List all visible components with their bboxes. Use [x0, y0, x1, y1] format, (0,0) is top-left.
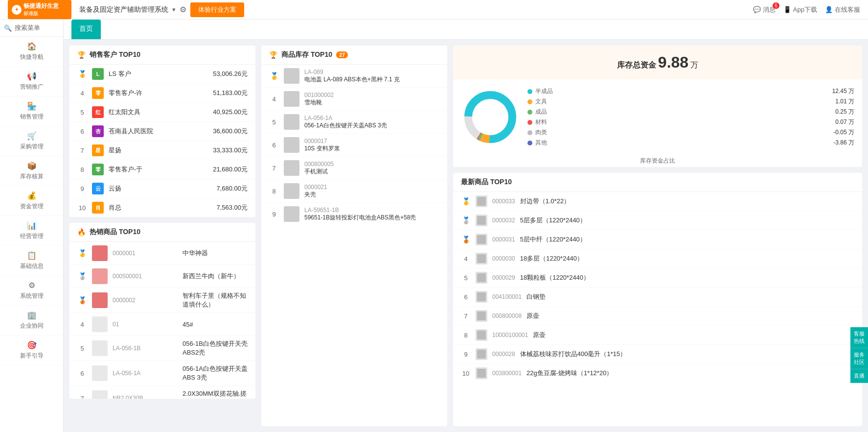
topbar: ✦ 畅捷通好生意 标准版 装备及固定资产辅助管理系统 ▾ ⚙ 体验行业方案 💬 …: [0, 0, 868, 20]
inv-img-2: [284, 91, 299, 107]
sidebar-label-inventory: 库存核算: [20, 172, 44, 181]
customer-value-1: 53,006.26元: [213, 70, 248, 78]
legend-value-3: 0.25 万: [835, 108, 854, 116]
sidebar-label-guide: 新手引导: [20, 352, 44, 360]
new-img-10: [476, 367, 487, 379]
inventory-total-section: 库存总资金 9.88 万: [453, 46, 862, 79]
rank-4: 6: [77, 128, 87, 135]
inv-name-3: 056-1A白色按键开关盖ABS 3壳: [304, 121, 439, 130]
float-btn-community[interactable]: 服务社区: [850, 348, 868, 369]
gear-icon[interactable]: ⚙: [180, 5, 186, 14]
inv-name-1: 电池盖 LA-089 ABS本色+黑种 7.1 克: [304, 75, 439, 84]
inv-item-1: 🥇 LA-089 电池盖 LA-089 ABS本色+黑种 7.1 克: [261, 65, 447, 88]
inv-img-6: [284, 183, 299, 199]
sidebar-item-enterprise[interactable]: 🏢 企业协同: [0, 306, 63, 336]
new-img-1: [476, 195, 487, 207]
hot-name-5: 056-1B白色按键开关壳ABS2壳: [183, 339, 248, 357]
hot-img-3: [92, 292, 108, 308]
hot-item-4: 4 01 45#: [69, 313, 255, 336]
sidebar-item-finance[interactable]: 💰 资金管理: [0, 186, 63, 216]
inv-rank-3: 5: [269, 119, 279, 126]
quicknav-icon: 🏠: [27, 42, 37, 51]
legend-name-6: 其他: [535, 139, 830, 147]
guide-icon: 🎯: [27, 340, 37, 350]
legend-dot-1: [527, 89, 532, 94]
customer-value-2: 51,183.00元: [213, 89, 248, 97]
sidebar-item-inventory[interactable]: 📦 库存核算: [0, 156, 63, 186]
customer-value-3: 40,925.00元: [213, 108, 248, 117]
sidebar-item-operations[interactable]: 📊 经营管理: [0, 216, 63, 246]
hot-medal-1: 🥇: [77, 249, 87, 257]
online-service-button[interactable]: 👤 在线客服: [825, 5, 860, 14]
inventory-total-card: 库存总资金 9.88 万: [453, 46, 862, 167]
hot-item-3: 🥉 0000002 智利车子里（规格不知道填什么）: [69, 288, 255, 313]
app-download-button[interactable]: 📱 App下载: [783, 5, 817, 14]
donut-svg: [461, 88, 520, 146]
inv-item-4: 6 0000017 10S 变料罗浆: [261, 134, 447, 157]
sidebar-label-quicknav: 快捷导航: [20, 53, 44, 61]
new-item-3: 🥉 0000031 5层中纤（1220*2440）: [453, 230, 862, 249]
customer-item-6: 8 零 零售客户-于 21,680.00元: [69, 160, 255, 179]
new-name-4: 18多层（1220*2440）: [520, 254, 583, 263]
legend-dot-4: [527, 120, 532, 125]
trophy-icon: 🏆: [77, 51, 86, 59]
legend-dot-2: [527, 99, 532, 104]
inventory-badge: 27: [336, 51, 348, 58]
service-label: 在线客服: [835, 5, 860, 14]
avatar-1: L: [92, 68, 104, 80]
basics-icon: 📋: [27, 251, 37, 260]
app-icon: 📱: [783, 6, 791, 13]
new-item-2: 🥈 0000032 5层多层（1220*2440）: [453, 211, 862, 230]
newest-products-list: 🥇 0000033 封边带（1.0*22） 🥈 0000032 5层多层（122…: [453, 192, 862, 383]
sidebar-item-marketing[interactable]: 📢 营销推广: [0, 67, 63, 96]
new-rank-5: 5: [461, 274, 471, 282]
customer-item-2: 4 零 零售客户-许 51,183.00元: [69, 84, 255, 103]
hot-medal-2: 🥈: [77, 272, 87, 280]
trial-button[interactable]: 体验行业方案: [190, 2, 244, 17]
inventory-total-value: 9.88: [658, 53, 688, 71]
avatar-3: 红: [92, 106, 104, 118]
inv-code-5: 000800005: [304, 161, 439, 168]
search-label: 搜索菜单: [15, 24, 40, 32]
float-btn-service[interactable]: 客服热线: [850, 327, 868, 348]
newest-title: 最新商品 TOP10: [461, 178, 512, 187]
new-item-5: 5 0000029 18颗粒板（1220*2440）: [453, 268, 862, 288]
hot-name-4: 45#: [183, 321, 248, 328]
sidebar-item-sales[interactable]: 🏪 销售管理: [0, 96, 63, 126]
rank-2: 4: [77, 90, 87, 97]
system-icon: ⚙: [28, 281, 35, 290]
new-item-7: 7 000800008 原壶: [453, 307, 862, 326]
topbar-title-area: 装备及固定资产辅助管理系统 ▾ ⚙ 体验行业方案: [71, 2, 753, 17]
hot-item-5: 5 LA-056-1B 056-1B白色按键开关壳ABS2壳: [69, 336, 255, 361]
sidebar-item-quicknav[interactable]: 🏠 快捷导航: [0, 37, 63, 67]
inv-img-1: [284, 68, 299, 84]
message-button[interactable]: 💬 消息 6: [753, 5, 776, 14]
legend-value-5: -0.05 万: [833, 128, 854, 137]
customer-item-5: 7 星 星扬 33,333.00元: [69, 141, 255, 160]
avatar-8: 肖: [92, 202, 104, 214]
inv-item-6: 8 0000021 夹壳: [261, 180, 447, 203]
new-name-10: 22g鱼豆腐-烧烤味（1*12*20）: [526, 369, 613, 378]
sidebar-item-purchase[interactable]: 🛒 采购管理: [0, 126, 63, 156]
left-panel: 🏆 销售客户 TOP10 🥇 L LS 客户 53,006.26元: [69, 46, 255, 426]
legend-item-5: 肉类 -0.05 万: [527, 128, 854, 137]
float-btn-live[interactable]: 直播: [850, 369, 868, 383]
sidebar-item-guide[interactable]: 🎯 新手引导: [0, 336, 63, 365]
sidebar-search[interactable]: 🔍 搜索菜单: [0, 20, 63, 37]
tab-home-label: 首页: [79, 24, 93, 32]
sidebar-item-system[interactable]: ⚙ 系统管理: [0, 276, 63, 306]
hot-item-7: 7 NB2.0X30B 2.0X30MM双搓花轴.搓花直径2.1MM/ROHS: [69, 386, 255, 399]
message-icon: 💬: [753, 6, 761, 13]
sidebar-item-basics[interactable]: 📋 基础信息: [0, 246, 63, 276]
enterprise-icon: 🏢: [27, 311, 37, 320]
tab-home[interactable]: 首页: [71, 20, 101, 39]
legend-dot-6: [527, 141, 532, 145]
sidebar-label-system: 系统管理: [20, 292, 44, 300]
legend-dot-3: [527, 110, 532, 115]
new-medal-1: 🥇: [461, 197, 471, 205]
inv-rank-4: 6: [269, 142, 279, 149]
dropdown-icon[interactable]: ▾: [172, 6, 176, 13]
rank-5: 7: [77, 147, 87, 154]
sidebar: 🔍 搜索菜单 🏠 快捷导航 📢 营销推广 🏪 销售管理 🛒 采购管理 📦 库存核…: [0, 20, 64, 432]
main-layout: 🔍 搜索菜单 🏠 快捷导航 📢 营销推广 🏪 销售管理 🛒 采购管理 📦 库存核…: [0, 20, 868, 432]
